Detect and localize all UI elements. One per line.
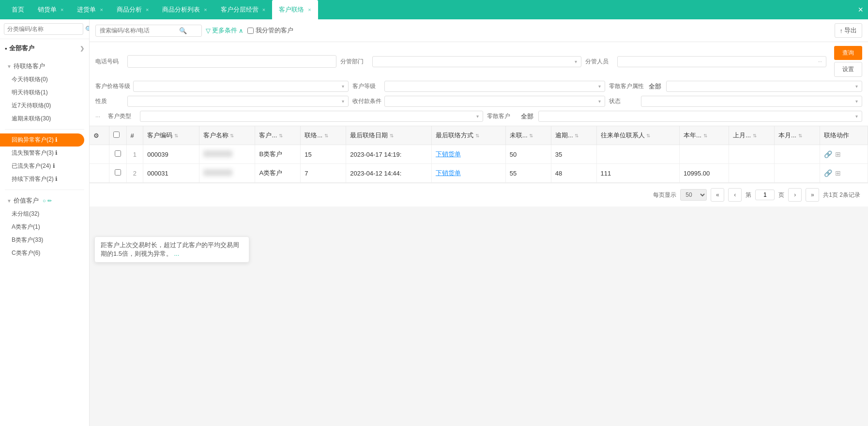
sidebar-search-input[interactable] — [4, 23, 83, 35]
select-all-checkbox[interactable] — [113, 132, 120, 138]
filter-customer-type-label: 客户类型 — [108, 112, 137, 120]
more-filter-button[interactable]: ▽ 更多条件 ∧ — [206, 26, 244, 35]
link-sales-order-2[interactable]: 下销货单 — [436, 169, 461, 176]
filter-retail-customer-label: 零散客户 — [487, 112, 516, 120]
nav-customer-tier-close[interactable]: × — [262, 0, 265, 19]
th-last-month[interactable]: 上月... ⇅ — [729, 126, 775, 145]
sidebar-churned[interactable]: 已流失客户(24) ℹ — [0, 160, 89, 173]
sidebar-tomorrow-pending[interactable]: 明天待联络(1) — [0, 86, 89, 99]
export-button[interactable]: ↑ 导出 — [835, 23, 863, 38]
th-this-year[interactable]: 本年... ⇅ — [680, 126, 729, 145]
th-checkbox[interactable] — [109, 126, 126, 145]
row-checkbox-1[interactable] — [115, 150, 121, 157]
sidebar-collapse-icon[interactable]: ❯ — [80, 45, 84, 52]
filter-retail-attr-select[interactable]: ▾ — [666, 81, 862, 92]
td-gear-1 — [90, 145, 109, 164]
nav-customer-contact-label: 客户联络 — [279, 0, 304, 19]
th-type[interactable]: 客户... ⇅ — [255, 126, 301, 145]
filter-customer-grade-select[interactable]: ▾ — [384, 81, 606, 92]
nav-customer-contact-close[interactable]: × — [308, 0, 311, 19]
content-area: 🔍 ▽ 更多条件 ∧ 我分管的客户 ↑ 导出 电话号码 — [90, 19, 868, 426]
sidebar-b-class[interactable]: B类客户(33) — [0, 234, 89, 247]
query-button[interactable]: 查询 — [834, 46, 862, 60]
sidebar-7days-pending[interactable]: 近7天待联络(0) — [0, 99, 89, 112]
td-last-method-2: 下销货单 — [431, 164, 505, 183]
sidebar-a-class[interactable]: A类客户(1) — [0, 220, 89, 234]
setting-button[interactable]: 设置 — [834, 62, 862, 77]
nav-sales[interactable]: 销货单 × — [31, 0, 70, 19]
nav-home[interactable]: 首页 — [5, 0, 31, 19]
my-customer-checkbox[interactable] — [247, 28, 254, 34]
next-page-button[interactable]: › — [788, 188, 802, 202]
filter-price-grade-label: 客户价格等级 — [95, 82, 130, 90]
window-close-button[interactable]: × — [858, 5, 863, 15]
td-checkbox-2 — [109, 164, 126, 183]
filter-nature-select[interactable]: ▾ — [127, 96, 349, 107]
sidebar-repurchase-anomaly[interactable]: 回购异常客户(2) ℹ — [0, 133, 84, 147]
th-overdue[interactable]: 逾期... ⇅ — [551, 126, 596, 145]
first-page-button[interactable]: « — [711, 188, 724, 202]
td-overdue-2: 48 — [551, 164, 596, 183]
action-link-icon-1[interactable]: 🔗 — [824, 150, 832, 158]
sidebar-today-pending[interactable]: 今天待联络(0) — [0, 73, 89, 86]
nav-sales-label: 销货单 — [38, 0, 57, 19]
filter-retail-customer-select[interactable]: ▾ — [538, 111, 862, 122]
th-last-date[interactable]: 最后联络日期 ⇅ — [346, 126, 432, 145]
sidebar-declining[interactable]: 持续下滑客户(2) ℹ — [0, 173, 89, 186]
th-contact-count[interactable]: 联络... ⇅ — [301, 126, 346, 145]
th-name[interactable]: 客户名称 ⇅ — [199, 126, 255, 145]
nav-purchase[interactable]: 进货单 × — [70, 0, 109, 19]
sidebar-ungroup[interactable]: 未分组(32) — [0, 207, 89, 220]
sidebar-overdue-pending[interactable]: 逾期未联络(30) — [0, 112, 89, 125]
filter-status-select[interactable]: ▾ — [641, 96, 862, 107]
sidebar-value-edit[interactable]: ○ ✏ — [43, 198, 52, 204]
last-page-button[interactable]: » — [806, 188, 819, 202]
nav-analysis-close[interactable]: × — [146, 0, 149, 19]
th-no-contact[interactable]: 未联... ⇅ — [505, 126, 551, 145]
sidebar-all-customers[interactable]: ▪ 全部客户 ❯ — [0, 41, 89, 56]
nav-analysis-list[interactable]: 商品分析列表 × — [155, 0, 213, 19]
search-icon[interactable]: 🔍 — [179, 27, 187, 34]
td-contact-1: 15 — [301, 145, 346, 164]
nav-sales-close[interactable]: × — [61, 0, 63, 19]
nav-purchase-close[interactable]: × — [100, 0, 103, 19]
th-contact-person[interactable]: 往来单位联系人 ⇅ — [596, 126, 680, 145]
action-link-icon-2[interactable]: 🔗 — [824, 169, 832, 177]
th-code[interactable]: 客户编码 ⇅ — [143, 126, 199, 145]
filter-customer-type-select[interactable]: ▾ — [140, 111, 483, 122]
sidebar-value-title[interactable]: ▼ 价值客户 ○ ✏ — [0, 194, 89, 207]
sidebar-pending-title[interactable]: ▼ 待联络客户 — [0, 59, 89, 73]
prev-page-button[interactable]: ‹ — [728, 188, 742, 202]
filter-phone-input[interactable] — [127, 55, 336, 68]
action-grid-icon-1[interactable]: ⊞ — [835, 150, 841, 158]
table-header-row: ⚙ # 客户编码 ⇅ 客户名称 ⇅ 客户... ⇅ 联络... ⇅ 最后联络日期… — [90, 126, 868, 145]
filter-more-button[interactable]: ··· — [95, 113, 100, 120]
nav-customer-tier[interactable]: 客户分层经营 × — [214, 0, 272, 19]
nav-analysis[interactable]: 商品分析 × — [110, 0, 155, 19]
th-last-method[interactable]: 最后联络方式 ⇅ — [431, 126, 505, 145]
filter-price-grade-select[interactable]: ▾ — [133, 81, 349, 92]
action-grid-icon-2[interactable]: ⊞ — [835, 169, 841, 177]
tooltip-more[interactable]: ... — [174, 250, 179, 257]
per-page-select[interactable]: 50 10 20 100 — [680, 189, 707, 201]
nav-home-label: 首页 — [12, 0, 24, 19]
sidebar-search-icon[interactable]: 🔍 — [85, 26, 90, 33]
row-checkbox-2[interactable] — [115, 169, 121, 176]
link-sales-order-1[interactable]: 下销货单 — [436, 150, 461, 158]
page-number-input[interactable] — [755, 190, 775, 200]
tooltip-box: 距客户上次交易时长，超过了此客户的平均交易周期的1.5倍，则视为异常。 ... — [94, 236, 249, 263]
search-input[interactable] — [100, 27, 177, 34]
sidebar-c-class[interactable]: C类客户(6) — [0, 247, 89, 260]
sidebar-value-label: 价值客户 — [14, 196, 39, 205]
my-customer-label: 我分管的客户 — [256, 26, 293, 35]
nav-customer-contact[interactable]: 客户联络 × — [272, 0, 318, 19]
nav-analysis-list-close[interactable]: × — [204, 0, 207, 19]
nav-analysis-list-label: 商品分析列表 — [162, 0, 200, 19]
sidebar-churn-warning[interactable]: 流失预警客户(3) ℹ — [0, 147, 89, 160]
filter-department-select[interactable]: ▾ — [372, 56, 581, 67]
th-gear[interactable]: ⚙ — [90, 126, 109, 145]
filter-payment-select[interactable]: ▾ — [384, 96, 606, 107]
th-this-month[interactable]: 本月... ⇅ — [775, 126, 820, 145]
filter-person-select[interactable]: ··· — [617, 56, 826, 67]
td-this-month-1 — [775, 145, 820, 164]
